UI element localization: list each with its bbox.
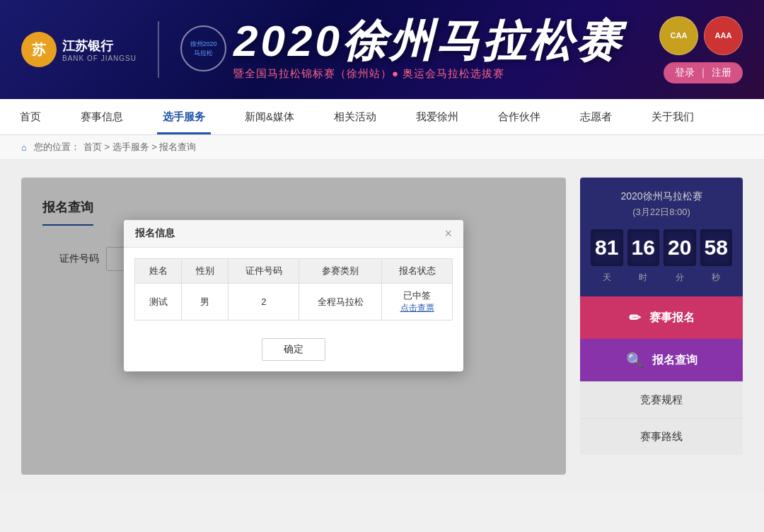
header-left: 苏 江苏银行 BANK OF JIANGSU 徐州2020 马拉松 xyxy=(21,21,226,78)
modal-overlay: 报名信息 × 姓名 性别 证件号码 参赛类别 报名状态 xyxy=(21,178,566,475)
table-header-row: 姓名 性别 证件号码 参赛类别 报名状态 xyxy=(135,259,453,284)
event-logo-circle: 徐州2020 马拉松 xyxy=(180,25,226,71)
countdown-seconds: 58 xyxy=(700,229,733,266)
auth-separator: ｜ xyxy=(698,66,708,79)
status-signed-text: 已中签 xyxy=(390,289,444,302)
col-category: 参赛类别 xyxy=(299,259,382,284)
bank-logo-text: 江苏银行 BANK OF JIANGSU xyxy=(62,37,137,62)
col-id: 证件号码 xyxy=(228,259,299,284)
modal-body: 姓名 性别 证件号码 参赛类别 报名状态 测试 男 2 xyxy=(124,248,463,331)
countdown-hours: 16 xyxy=(627,229,660,266)
header-divider xyxy=(158,21,159,78)
nav-inner: 首页 赛事信息 选手服务 新闻&媒体 相关活动 我爱徐州 合作伙伴 志愿者 关于… xyxy=(0,99,764,134)
login-label: 登录 xyxy=(675,66,695,79)
rules-button[interactable]: 竞赛规程 xyxy=(580,381,743,418)
countdown-box: 2020徐州马拉松赛 (3月22日8:00) 81 16 20 58 天 时 分… xyxy=(580,178,743,296)
nav-activities[interactable]: 相关活动 xyxy=(314,99,396,134)
countdown-days: 81 xyxy=(591,229,623,266)
navigation: 首页 赛事信息 选手服务 新闻&媒体 相关活动 我爱徐州 合作伙伴 志愿者 关于… xyxy=(0,99,764,135)
nav-volunteers[interactable]: 志愿者 xyxy=(560,99,632,134)
breadcrumb-path: 首页 > 选手服务 > 报名查询 xyxy=(83,141,197,154)
query-icon: 🔍 xyxy=(626,352,644,369)
modal: 报名信息 × 姓名 性别 证件号码 参赛类别 报名状态 xyxy=(124,220,463,371)
label-seconds: 秒 xyxy=(700,272,733,284)
register-label: 注册 xyxy=(712,66,731,79)
bank-logo: 苏 江苏银行 BANK OF JIANGSU xyxy=(21,32,137,67)
main-content: 报名查询 证件号码 报名查询 报名信息 × 姓名 xyxy=(0,160,764,492)
home-icon: ⌂ xyxy=(21,142,27,153)
caa-badge: CAA xyxy=(659,16,698,55)
modal-footer: 确定 xyxy=(124,331,463,371)
col-gender: 性别 xyxy=(182,259,228,284)
header: 苏 江苏银行 BANK OF JIANGSU 徐州2020 马拉松 2020徐州… xyxy=(0,0,764,99)
cell-name: 测试 xyxy=(135,284,182,320)
header-right: CAA AAA 登录 ｜ 注册 xyxy=(659,16,743,83)
countdown-labels: 天 时 分 秒 xyxy=(591,272,732,284)
countdown-date: (3月22日8:00) xyxy=(591,206,732,219)
status-link[interactable]: 点击查票 xyxy=(390,302,444,314)
modal-header: 报名信息 × xyxy=(124,220,463,248)
query-btn-label: 报名查询 xyxy=(652,353,698,368)
table-row: 测试 男 2 全程马拉松 已中签 点击查票 xyxy=(135,284,453,320)
label-minutes: 分 xyxy=(664,272,696,284)
modal-table-header: 姓名 性别 证件号码 参赛类别 报名状态 xyxy=(135,259,453,284)
countdown-digits: 81 16 20 58 xyxy=(591,229,732,266)
nav-about[interactable]: 关于我们 xyxy=(632,99,714,134)
nav-athlete-service[interactable]: 选手服务 xyxy=(143,99,225,134)
col-status: 报名状态 xyxy=(382,259,453,284)
event-logo: 徐州2020 马拉松 xyxy=(180,25,226,74)
register-icon: ✏ xyxy=(629,309,641,326)
auth-buttons[interactable]: 登录 ｜ 注册 xyxy=(664,62,743,83)
nav-event-info[interactable]: 赛事信息 xyxy=(61,99,143,134)
route-button[interactable]: 赛事路线 xyxy=(580,418,743,455)
label-hours: 时 xyxy=(627,272,660,284)
sub-title: 暨全国马拉松锦标赛（徐州站）● 奥运会马拉松选拔赛 xyxy=(233,67,504,81)
modal-table: 姓名 性别 证件号码 参赛类别 报名状态 测试 男 2 xyxy=(134,258,453,320)
main-title: 2020徐州马拉松赛 xyxy=(233,19,623,63)
cell-status: 已中签 点击查票 xyxy=(382,284,453,320)
modal-title: 报名信息 xyxy=(135,227,175,240)
breadcrumb: ⌂ 您的位置： 首页 > 选手服务 > 报名查询 xyxy=(0,135,764,160)
nav-partners[interactable]: 合作伙伴 xyxy=(478,99,560,134)
register-btn-label: 赛事报名 xyxy=(649,311,695,325)
label-days: 天 xyxy=(591,272,623,284)
bank-name-en: BANK OF JIANGSU xyxy=(62,54,137,62)
cell-gender: 男 xyxy=(182,284,228,320)
confirm-button[interactable]: 确定 xyxy=(262,338,325,361)
bank-name-cn: 江苏银行 xyxy=(62,37,137,54)
bank-logo-icon: 苏 xyxy=(21,32,57,67)
countdown-event-name: 2020徐州马拉松赛 xyxy=(591,190,732,203)
nav-news[interactable]: 新闻&媒体 xyxy=(225,99,314,134)
cell-category: 全程马拉松 xyxy=(299,284,382,320)
header-title-area: 2020徐州马拉松赛 暨全国马拉松锦标赛（徐州站）● 奥运会马拉松选拔赛 xyxy=(226,19,659,81)
query-action-btn[interactable]: 🔍 报名查询 xyxy=(580,339,743,381)
badges: CAA AAA xyxy=(659,16,743,55)
logo2-badge: AAA xyxy=(704,16,743,55)
register-action-btn[interactable]: ✏ 赛事报名 xyxy=(580,296,743,339)
modal-table-body: 测试 男 2 全程马拉松 已中签 点击查票 xyxy=(135,284,453,320)
nav-love-xuzhou[interactable]: 我爱徐州 xyxy=(396,99,478,134)
countdown-minutes: 20 xyxy=(664,229,696,266)
left-panel: 报名查询 证件号码 报名查询 报名信息 × 姓名 xyxy=(21,178,566,475)
modal-close-button[interactable]: × xyxy=(444,227,452,240)
cell-id: 2 xyxy=(228,284,299,320)
right-panel: 2020徐州马拉松赛 (3月22日8:00) 81 16 20 58 天 时 分… xyxy=(580,178,743,475)
col-name: 姓名 xyxy=(135,259,182,284)
nav-home[interactable]: 首页 xyxy=(0,99,61,134)
breadcrumb-prefix: 您的位置： xyxy=(34,141,80,154)
